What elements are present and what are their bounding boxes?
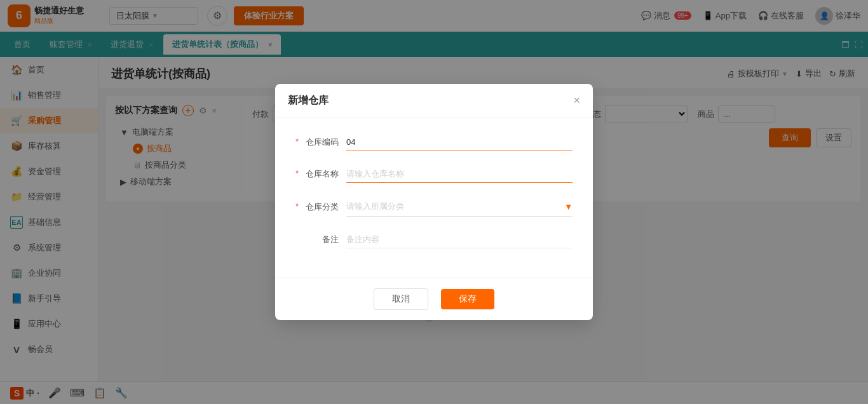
warehouse-name-input[interactable] (346, 165, 573, 183)
warehouse-category-placeholder: 请输入所属分类 (346, 201, 404, 212)
form-row-remark: 备注 (295, 231, 573, 248)
form-row-code: 仓库编码 (295, 133, 573, 151)
warehouse-name-label: 仓库名称 (295, 168, 346, 180)
warehouse-code-input[interactable] (346, 133, 573, 151)
modal-title: 新增仓库 (288, 94, 329, 107)
form-row-name: 仓库名称 (295, 165, 573, 183)
warehouse-category-label: 仓库分类 (295, 201, 346, 213)
modal-body: 仓库编码 仓库名称 仓库分类 请输入所属分类 ▼ 备注 (275, 118, 593, 278)
category-dropdown-arrow: ▼ (564, 202, 573, 212)
modal-footer: 取消 保存 (275, 278, 593, 320)
modal-new-warehouse: 新增仓库 × 仓库编码 仓库名称 仓库分类 请输入所属分类 ▼ (275, 84, 593, 320)
warehouse-remark-label: 备注 (295, 234, 346, 245)
warehouse-remark-input[interactable] (346, 231, 573, 248)
save-button[interactable]: 保存 (441, 289, 494, 309)
form-row-category: 仓库分类 请输入所属分类 ▼ (295, 197, 573, 217)
modal-header: 新增仓库 × (275, 84, 593, 118)
cancel-button[interactable]: 取消 (374, 288, 428, 310)
warehouse-code-label: 仓库编码 (295, 137, 346, 148)
modal-close-button[interactable]: × (573, 94, 580, 107)
warehouse-category-select[interactable]: 请输入所属分类 ▼ (346, 197, 573, 217)
modal-overlay: 新增仓库 × 仓库编码 仓库名称 仓库分类 请输入所属分类 ▼ (0, 0, 868, 404)
